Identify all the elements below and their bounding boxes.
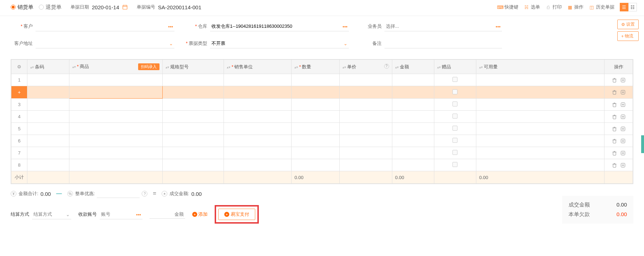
product-cell[interactable] xyxy=(69,99,163,111)
gift-checkbox[interactable] xyxy=(452,89,457,94)
settings-button[interactable]: ⚙ 设置 xyxy=(617,20,639,29)
warehouse-input[interactable] xyxy=(210,21,349,31)
product-cell[interactable] xyxy=(69,135,163,147)
delete-row-icon[interactable] xyxy=(612,102,617,108)
table-row[interactable]: 4 xyxy=(11,111,633,123)
customer-input[interactable] xyxy=(36,21,174,31)
table-row[interactable]: + xyxy=(11,86,633,99)
unit-cell[interactable] xyxy=(224,111,292,123)
product-cell[interactable] xyxy=(69,147,163,159)
remark-input[interactable] xyxy=(384,38,502,48)
delete-row-icon[interactable] xyxy=(612,150,617,156)
table-row[interactable]: 1 xyxy=(11,74,633,86)
price-cell[interactable] xyxy=(340,135,392,147)
available-cell[interactable] xyxy=(476,111,604,123)
add-row-icon[interactable] xyxy=(620,162,626,168)
amount-cell[interactable] xyxy=(392,135,434,147)
add-row-icon[interactable] xyxy=(620,77,626,83)
scan-input-button[interactable]: 扫码录入 xyxy=(138,63,159,70)
unit-cell[interactable] xyxy=(224,123,292,135)
address-input[interactable] xyxy=(36,38,174,48)
help-icon[interactable]: ? xyxy=(142,191,147,197)
col-spec[interactable]: ▴▾规格型号 xyxy=(162,60,224,74)
barcode-cell[interactable] xyxy=(27,135,69,147)
add-row-icon[interactable] xyxy=(620,126,626,132)
delete-row-icon[interactable] xyxy=(612,126,617,132)
gift-checkbox[interactable] xyxy=(452,138,457,143)
history-button[interactable]: ◫ 历史单据 xyxy=(589,4,614,10)
unit-cell[interactable] xyxy=(224,86,292,99)
add-row-icon[interactable] xyxy=(620,114,626,120)
amount-cell[interactable] xyxy=(392,86,434,99)
col-barcode[interactable]: ▴▾条码 xyxy=(27,60,69,74)
add-row-icon[interactable] xyxy=(620,150,626,156)
spec-cell[interactable] xyxy=(162,99,224,111)
price-cell[interactable] xyxy=(340,111,392,123)
col-amount[interactable]: ▴▾金额 xyxy=(392,60,434,74)
select-order-button[interactable]: ☵ 选单 xyxy=(524,4,540,10)
discount-input[interactable] xyxy=(97,189,140,198)
barcode-cell[interactable] xyxy=(27,147,69,159)
available-cell[interactable] xyxy=(476,123,604,135)
add-payment-button[interactable]: + 添加 xyxy=(192,211,208,218)
chevron-down-icon[interactable]: ⌄ xyxy=(344,41,347,46)
gear-icon[interactable]: ⚙ xyxy=(17,64,21,69)
unit-cell[interactable] xyxy=(224,99,292,111)
side-panel-handle[interactable] xyxy=(641,135,644,153)
amount-cell[interactable] xyxy=(392,111,434,123)
view-compact-button[interactable]: ☰ xyxy=(620,3,628,11)
delete-row-icon[interactable] xyxy=(612,89,617,95)
shortcut-button[interactable]: ⌨ 快捷键 xyxy=(497,4,518,10)
add-row-icon[interactable]: + xyxy=(16,89,22,95)
barcode-cell[interactable] xyxy=(27,99,69,111)
price-cell[interactable] xyxy=(340,74,392,86)
col-qty[interactable]: ▴▾*数量 xyxy=(292,60,340,74)
barcode-cell[interactable] xyxy=(27,123,69,135)
product-cell-editing[interactable] xyxy=(69,86,163,99)
help-icon[interactable]: ? xyxy=(384,64,389,69)
gift-checkbox[interactable] xyxy=(452,101,457,106)
print-button[interactable]: ⎙ 打印 xyxy=(545,4,562,10)
gift-checkbox[interactable] xyxy=(452,114,457,119)
spec-cell[interactable] xyxy=(162,86,224,99)
barcode-cell[interactable] xyxy=(27,111,69,123)
table-row[interactable]: 5 xyxy=(11,123,633,135)
yeepay-button[interactable]: + 易宝支付 xyxy=(218,209,255,220)
spec-cell[interactable] xyxy=(162,111,224,123)
col-price[interactable]: ▴▾单价? xyxy=(340,60,392,74)
amount-cell[interactable] xyxy=(392,147,434,159)
spec-cell[interactable] xyxy=(162,135,224,147)
barcode-cell[interactable] xyxy=(27,159,69,171)
table-row[interactable]: 3 xyxy=(11,99,633,111)
spec-cell[interactable] xyxy=(162,123,224,135)
amount-cell[interactable] xyxy=(392,99,434,111)
col-sales-unit[interactable]: ▴▾*销售单位 xyxy=(224,60,292,74)
more-icon[interactable]: ••• xyxy=(168,24,173,29)
qty-cell[interactable] xyxy=(292,111,340,123)
price-cell[interactable] xyxy=(340,147,392,159)
spec-cell[interactable] xyxy=(162,159,224,171)
more-icon[interactable]: ••• xyxy=(496,24,501,29)
available-cell[interactable] xyxy=(476,74,604,86)
gift-checkbox[interactable] xyxy=(452,162,457,167)
spec-cell[interactable] xyxy=(162,147,224,159)
table-row[interactable]: 6 xyxy=(11,135,633,147)
doc-date-value[interactable]: 2020-01-14 xyxy=(92,4,119,10)
operate-button[interactable]: ▦ 操作 xyxy=(567,4,583,10)
unit-cell[interactable] xyxy=(224,159,292,171)
sales-order-radio[interactable]: 销货单 xyxy=(11,4,33,11)
more-icon[interactable]: ••• xyxy=(136,212,141,217)
payment-amount-input[interactable] xyxy=(150,210,185,219)
qty-cell[interactable] xyxy=(292,159,340,171)
delete-row-icon[interactable] xyxy=(612,138,617,144)
qty-cell[interactable] xyxy=(292,86,340,99)
unit-cell[interactable] xyxy=(224,147,292,159)
qty-cell[interactable] xyxy=(292,147,340,159)
col-available[interactable]: ▴▾可用量 xyxy=(476,60,604,74)
spec-cell[interactable] xyxy=(162,74,224,86)
gift-checkbox[interactable] xyxy=(452,126,457,131)
add-row-icon[interactable] xyxy=(620,102,626,108)
product-cell[interactable] xyxy=(69,111,163,123)
available-cell[interactable] xyxy=(476,159,604,171)
chevron-down-icon[interactable]: ⌄ xyxy=(169,41,173,46)
